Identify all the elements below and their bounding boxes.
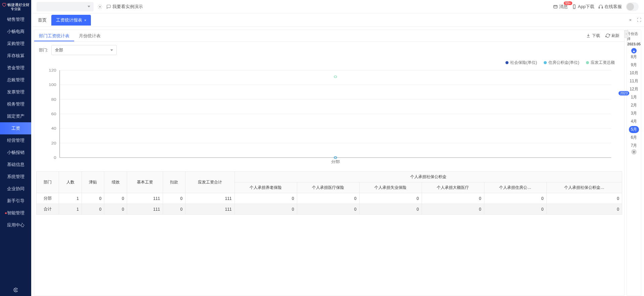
legend-label: 住房公积金(单位) <box>548 60 579 66</box>
sub-tabs: 部门工资统计表月份统计表 下载 刷新 <box>34 30 624 42</box>
close-all-tabs[interactable]: × <box>629 17 632 23</box>
download-icon <box>586 33 591 38</box>
legend-item-1[interactable]: 住房公积金(单位) <box>544 60 579 66</box>
month-panel-year: 2023.05 <box>627 42 641 46</box>
legend-dot-icon <box>586 61 589 64</box>
mobile-icon <box>572 4 577 9</box>
svg-rect-5 <box>602 7 603 8</box>
month-item-5[interactable]: 1月 <box>629 94 639 101</box>
main-content: 我要看实例演示 消息 99+ App下载 在线客服 首页工资统计报表× <box>31 0 644 296</box>
table-row: 合计1001110111000000 <box>37 204 622 215</box>
report-panel: 部门工资统计表月份统计表 下载 刷新 部门: 全部 <box>34 30 625 296</box>
dept-select[interactable]: 全部 <box>51 45 117 55</box>
filter-row: 部门: 全部 <box>34 42 624 58</box>
sidebar-item-9[interactable]: 工资 <box>0 122 31 134</box>
page-tab-1[interactable]: 工资统计报表× <box>51 15 91 26</box>
svg-text:40: 40 <box>51 127 56 131</box>
salary-chart: 020406080100120分部 <box>39 67 620 168</box>
headset-icon <box>598 4 603 9</box>
month-item-4[interactable]: 12月 <box>629 86 639 93</box>
month-item-10[interactable]: 6月 <box>629 134 639 141</box>
month-item-2[interactable]: 10月 <box>629 70 639 77</box>
download-button[interactable]: 下载 <box>586 33 600 39</box>
svg-text:0: 0 <box>54 156 56 160</box>
demo-link[interactable]: 我要看实例演示 <box>106 4 143 10</box>
support-label: 在线客服 <box>604 4 622 10</box>
sidebar-item-4[interactable]: 资金管理 <box>0 62 31 74</box>
legend-item-2[interactable]: 应发工资总额 <box>586 60 615 66</box>
month-item-6[interactable]: 2月 <box>629 102 639 109</box>
sidebar-item-16[interactable]: 智能管理 <box>0 207 31 219</box>
user-menu[interactable] <box>626 2 639 11</box>
tab-close-icon[interactable]: × <box>84 18 86 22</box>
month-item-0[interactable]: 8月 <box>629 53 639 60</box>
settings-button[interactable] <box>98 4 102 9</box>
sidebar-item-3[interactable]: 库存核算 <box>0 50 31 62</box>
svg-point-24 <box>334 76 336 78</box>
sidebar-item-6[interactable]: 发票管理 <box>0 86 31 98</box>
month-item-9[interactable]: 5月 <box>629 126 639 133</box>
avatar-icon <box>627 3 634 10</box>
page-tab-0[interactable]: 首页 <box>33 15 51 26</box>
svg-rect-2 <box>554 5 557 8</box>
month-scroll-up[interactable]: ▲ <box>631 48 637 53</box>
sidebar-item-15[interactable]: 新手引导 <box>0 195 31 207</box>
sidebar: 畅捷通好业财 专业版 销售管理小畅电商采购管理库存核算资金管理总账管理发票管理税… <box>0 0 31 296</box>
refresh-button[interactable]: 刷新 <box>605 33 620 39</box>
svg-text:100: 100 <box>49 83 56 87</box>
svg-point-1 <box>99 6 101 7</box>
tab-label: 首页 <box>38 17 47 23</box>
sidebar-item-17[interactable]: 应用中心 <box>0 219 31 231</box>
sidebar-settings[interactable] <box>0 284 31 296</box>
sidebar-item-7[interactable]: 税务管理 <box>0 98 31 110</box>
support-button[interactable]: 在线客服 <box>598 4 622 10</box>
brand-logo: 畅捷通好业财 专业版 <box>0 0 31 13</box>
refresh-label: 刷新 <box>611 33 620 39</box>
tab-label: 工资统计报表 <box>56 17 82 23</box>
fullscreen-toggle[interactable]: ⛶ <box>637 17 641 23</box>
month-item-11[interactable]: 7月 <box>629 142 639 149</box>
panel-collapse-handle[interactable]: › <box>624 30 628 38</box>
brand-edition: 专业版 <box>11 7 21 11</box>
svg-rect-4 <box>599 7 599 8</box>
year-tag: 2023 <box>619 91 629 95</box>
sub-tab-0[interactable]: 部门工资统计表 <box>34 30 74 41</box>
month-item-7[interactable]: 3月 <box>629 110 639 117</box>
chevron-down-icon <box>110 49 113 51</box>
sidebar-item-14[interactable]: 企业协同 <box>0 183 31 195</box>
svg-text:20: 20 <box>51 141 56 145</box>
month-select-panel: › 月份选择 2023.05 ▲ 8月9月10月11月12月20231月2月3月… <box>627 30 641 296</box>
legend-label: 应发工资总额 <box>591 60 615 66</box>
app-download-button[interactable]: App下载 <box>572 4 594 10</box>
salary-table-wrap[interactable]: 部门人数津贴绩效基本工资扣款应发工资合计个人承担社保公积金个人承担养老保险个人承… <box>36 171 622 215</box>
sidebar-item-1[interactable]: 小畅电商 <box>0 26 31 38</box>
sidebar-item-5[interactable]: 总账管理 <box>0 74 31 86</box>
sidebar-item-2[interactable]: 采购管理 <box>0 38 31 50</box>
legend-item-0[interactable]: 社会保险(单位) <box>505 60 537 66</box>
month-item-8[interactable]: 4月 <box>629 118 639 125</box>
sub-tab-1[interactable]: 月份统计表 <box>74 30 105 41</box>
svg-text:分部: 分部 <box>331 160 340 164</box>
chevron-down-icon <box>88 6 90 7</box>
legend-dot-icon <box>544 61 547 64</box>
message-icon <box>553 4 558 9</box>
salary-table: 部门人数津贴绩效基本工资扣款应发工资合计个人承担社保公积金个人承担养老保险个人承… <box>36 171 622 215</box>
gear-icon <box>13 288 18 292</box>
messages-button[interactable]: 消息 99+ <box>553 4 568 10</box>
gear-icon <box>98 4 102 9</box>
sidebar-item-12[interactable]: 基础信息 <box>0 159 31 171</box>
month-scroll-down[interactable]: ▼ <box>631 149 637 155</box>
sidebar-item-10[interactable]: 经营管理 <box>0 134 31 146</box>
topbar: 我要看实例演示 消息 99+ App下载 在线客服 <box>31 0 644 13</box>
month-item-1[interactable]: 9月 <box>629 61 639 69</box>
legend-dot-icon <box>505 61 508 64</box>
sidebar-item-13[interactable]: 系统管理 <box>0 171 31 183</box>
dept-filter-label: 部门: <box>39 47 48 53</box>
sidebar-item-8[interactable]: 固定资产 <box>0 110 31 122</box>
svg-text:80: 80 <box>51 97 56 101</box>
month-item-3[interactable]: 11月 <box>629 78 639 85</box>
page-tabs: 首页工资统计报表× × ⛶ <box>31 13 644 27</box>
org-selector[interactable] <box>37 2 94 11</box>
sidebar-item-11[interactable]: 小畅报销 <box>0 146 31 159</box>
sidebar-item-0[interactable]: 销售管理 <box>0 13 31 26</box>
